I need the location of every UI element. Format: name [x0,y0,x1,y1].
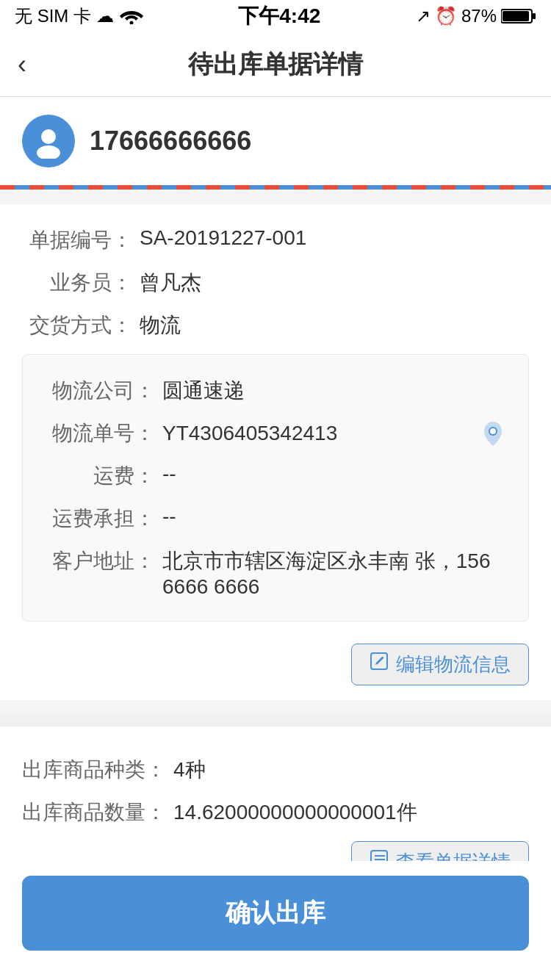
dashed-divider [0,185,551,190]
address-value: 北京市市辖区海淀区永丰南 张，156 6666 6666 [155,547,506,599]
tracking-label: 物流单号： [45,419,155,447]
address-row: 客户地址： 北京市市辖区海淀区永丰南 张，156 6666 6666 [45,540,506,606]
tracking-row: 物流单号： YT4306405342413 [45,412,506,455]
freight-value: -- [155,462,506,486]
delivery-row: 交货方式： 物流 [22,304,529,347]
delivery-label: 交货方式： [22,311,132,339]
svg-point-4 [41,129,56,144]
status-time: 下午4:42 [238,2,320,30]
delivery-value: 物流 [132,311,529,339]
tracking-value: YT4306405342413 [155,422,472,445]
page-title: 待出库单据详情 [188,48,363,82]
confirm-outbound-button[interactable]: 确认出库 [22,876,529,951]
order-info-section: 单据编号： SA-20191227-001 业务员： 曾凡杰 交货方式： 物流 … [0,204,551,700]
location-map-icon[interactable] [480,420,506,447]
goods-quantity-label: 出库商品数量： [22,799,166,826]
battery-icon [501,8,536,24]
user-phone: 17666666666 [90,126,251,156]
goods-types-row: 出库商品种类： 4种 [22,749,529,791]
staff-label: 业务员： [22,269,132,297]
status-right: ↗ ⏰ 87% [416,6,536,26]
svg-rect-2 [533,13,536,19]
user-card: 17666666666 [0,97,551,185]
freight-bear-label: 运费承担： [45,505,155,533]
staff-value: 曾凡杰 [132,269,529,297]
freight-bear-row: 运费承担： -- [45,497,506,540]
address-label: 客户地址： [45,547,155,575]
alarm-icon: ⏰ [435,6,457,26]
back-button[interactable]: ‹ [18,49,26,80]
bottom-area: 确认出库 [0,861,551,980]
edit-logistics-label: 编辑物流信息 [396,652,511,677]
goods-quantity-value: 14.62000000000000001件 [166,799,529,826]
goods-types-label: 出库商品种类： [22,756,166,784]
freight-bear-value: -- [155,505,506,528]
location-icon: ↗ [416,6,431,26]
svg-rect-3 [503,11,529,21]
sim-status: 无 SIM 卡 ☁ [15,4,114,28]
logistics-company-label: 物流公司： [45,377,155,405]
goods-types-value: 4种 [166,756,529,784]
goods-quantity-row: 出库商品数量： 14.62000000000000001件 [22,791,529,834]
logistics-company-value: 圆通速递 [155,377,506,405]
edit-logistics-button[interactable]: 编辑物流信息 [351,644,529,685]
battery-percent: 87% [461,6,497,26]
section-separator [0,715,551,727]
logistics-company-row: 物流公司： 圆通速递 [45,370,506,412]
wifi-icon [120,8,143,24]
status-left: 无 SIM 卡 ☁ [15,4,143,28]
freight-row: 运费： -- [45,455,506,497]
svg-point-5 [37,145,60,159]
edit-icon [370,652,390,677]
user-avatar-icon [31,123,66,159]
edit-logistics-row: 编辑物流信息 [22,636,529,685]
logistics-card: 物流公司： 圆通速递 物流单号： YT4306405342413 运费： -- [22,354,529,621]
staff-row: 业务员： 曾凡杰 [22,262,529,304]
doc-number-row: 单据编号： SA-20191227-001 [22,219,529,262]
avatar [22,115,75,167]
status-bar: 无 SIM 卡 ☁ 下午4:42 ↗ ⏰ 87% [0,0,551,32]
doc-number-label: 单据编号： [22,226,132,254]
svg-point-0 [129,21,133,25]
nav-bar: ‹ 待出库单据详情 [0,32,551,97]
doc-number-value: SA-20191227-001 [132,226,529,250]
svg-point-7 [490,428,496,434]
freight-label: 运费： [45,462,155,490]
